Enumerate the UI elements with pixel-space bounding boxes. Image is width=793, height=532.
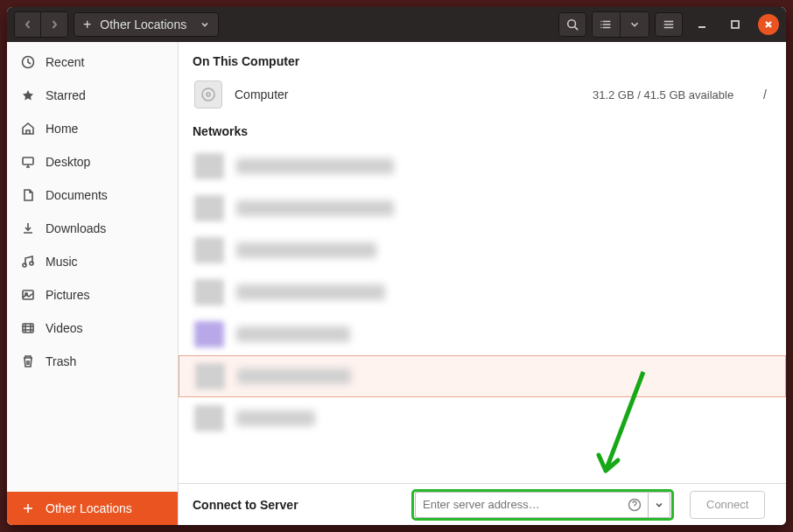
sidebar-item-label: Recent <box>46 55 84 69</box>
trash-icon <box>21 354 35 368</box>
svg-point-1 <box>600 21 601 22</box>
server-help-button[interactable] <box>621 492 648 518</box>
sidebar-item-downloads[interactable]: Downloads <box>7 212 178 245</box>
list-icon <box>600 18 613 31</box>
network-item[interactable] <box>193 187 772 229</box>
svg-rect-6 <box>23 158 33 164</box>
view-options-button[interactable] <box>621 12 649 37</box>
svg-point-7 <box>23 263 26 267</box>
close-button[interactable] <box>758 14 779 35</box>
chevron-left-icon <box>24 20 32 29</box>
svg-point-8 <box>30 262 33 265</box>
home-icon <box>21 122 35 136</box>
chevron-right-icon <box>50 20 59 29</box>
path-label: Other Locations <box>100 18 186 32</box>
video-icon <box>21 321 35 335</box>
sidebar-item-label: Starred <box>46 88 86 102</box>
main: On This Computer Computer 31.2 GB / 41.5… <box>179 42 786 525</box>
svg-point-0 <box>568 20 576 28</box>
maximize-button[interactable] <box>725 14 746 35</box>
body: Recent Starred Home Desktop Documents Do… <box>7 42 786 525</box>
sidebar-item-videos[interactable]: Videos <box>7 312 178 345</box>
chevron-down-icon <box>655 500 663 509</box>
picture-icon <box>21 288 35 302</box>
sidebar-item-label: Music <box>46 255 78 269</box>
connect-to-server-bar: Connect to Server Connect <box>179 483 786 525</box>
minimize-button[interactable] <box>691 14 712 35</box>
computer-name: Computer <box>235 88 288 102</box>
sidebar-item-documents[interactable]: Documents <box>7 178 178 212</box>
view-group <box>592 11 649 38</box>
sidebar-item-label: Videos <box>46 321 83 335</box>
file-manager-window: + Other Locations <box>7 7 786 525</box>
sidebar-item-label: Pictures <box>46 288 90 302</box>
hamburger-icon <box>663 18 675 31</box>
chevron-down-icon <box>200 20 209 29</box>
forward-button[interactable] <box>41 12 67 37</box>
sidebar-item-other-locations[interactable]: Other Locations <box>7 492 178 525</box>
computer-mount: / <box>763 88 767 102</box>
sidebar-item-recent[interactable]: Recent <box>7 46 178 79</box>
plus-icon <box>21 501 35 515</box>
svg-rect-11 <box>23 324 33 332</box>
svg-point-12 <box>202 88 214 101</box>
sidebar-item-label: Other Locations <box>46 501 132 515</box>
sidebar-item-label: Home <box>46 122 78 136</box>
computer-available: 31.2 GB / 41.5 GB available <box>593 88 733 102</box>
plus-icon: + <box>83 17 91 32</box>
computer-row[interactable]: Computer 31.2 GB / 41.5 GB available / <box>193 75 772 114</box>
path-bar[interactable]: + Other Locations <box>74 12 219 37</box>
back-button[interactable] <box>15 12 41 37</box>
network-item[interactable] <box>193 271 772 313</box>
sidebar-item-label: Documents <box>46 188 108 202</box>
network-item-highlighted[interactable] <box>179 355 786 397</box>
help-icon <box>628 498 642 512</box>
clock-icon <box>21 55 35 69</box>
server-history-button[interactable] <box>648 492 670 518</box>
sidebar-item-starred[interactable]: Starred <box>7 79 178 112</box>
svg-point-3 <box>600 27 601 28</box>
titlebar: + Other Locations <box>7 7 786 42</box>
network-item[interactable] <box>193 145 772 187</box>
document-icon <box>21 188 35 202</box>
nav-group <box>14 11 68 38</box>
download-icon <box>21 221 35 235</box>
search-icon <box>566 18 579 31</box>
server-address-input[interactable] <box>415 492 621 518</box>
star-icon <box>21 88 35 102</box>
disk-icon <box>194 80 222 108</box>
music-icon <box>21 255 35 269</box>
connect-button[interactable]: Connect <box>690 491 765 519</box>
server-address-group <box>411 489 674 521</box>
sidebar-item-pictures[interactable]: Pictures <box>7 278 178 312</box>
sidebar-item-label: Downloads <box>46 221 106 235</box>
chevron-down-icon <box>628 18 641 31</box>
svg-point-13 <box>207 93 210 96</box>
close-icon <box>764 20 773 29</box>
network-list <box>193 145 772 439</box>
svg-rect-4 <box>732 21 739 28</box>
list-view-button[interactable] <box>593 12 621 37</box>
section-on-this-computer: On This Computer <box>193 54 772 68</box>
sidebar-item-home[interactable]: Home <box>7 112 178 145</box>
minimize-icon <box>697 19 707 30</box>
sidebar-item-trash[interactable]: Trash <box>7 345 178 378</box>
svg-point-2 <box>600 24 601 24</box>
network-item[interactable] <box>193 397 772 439</box>
sidebar: Recent Starred Home Desktop Documents Do… <box>7 42 179 525</box>
sidebar-item-desktop[interactable]: Desktop <box>7 145 178 178</box>
desktop-icon <box>21 155 35 169</box>
network-item[interactable] <box>193 313 772 355</box>
sidebar-item-label: Desktop <box>46 155 90 169</box>
section-networks: Networks <box>193 124 772 138</box>
content: On This Computer Computer 31.2 GB / 41.5… <box>179 42 786 483</box>
connect-to-server-label: Connect to Server <box>193 498 403 512</box>
search-button[interactable] <box>558 12 586 37</box>
sidebar-item-music[interactable]: Music <box>7 245 178 278</box>
network-item[interactable] <box>193 229 772 271</box>
hamburger-menu-button[interactable] <box>655 12 683 37</box>
sidebar-item-label: Trash <box>46 354 76 368</box>
maximize-icon <box>730 19 740 30</box>
